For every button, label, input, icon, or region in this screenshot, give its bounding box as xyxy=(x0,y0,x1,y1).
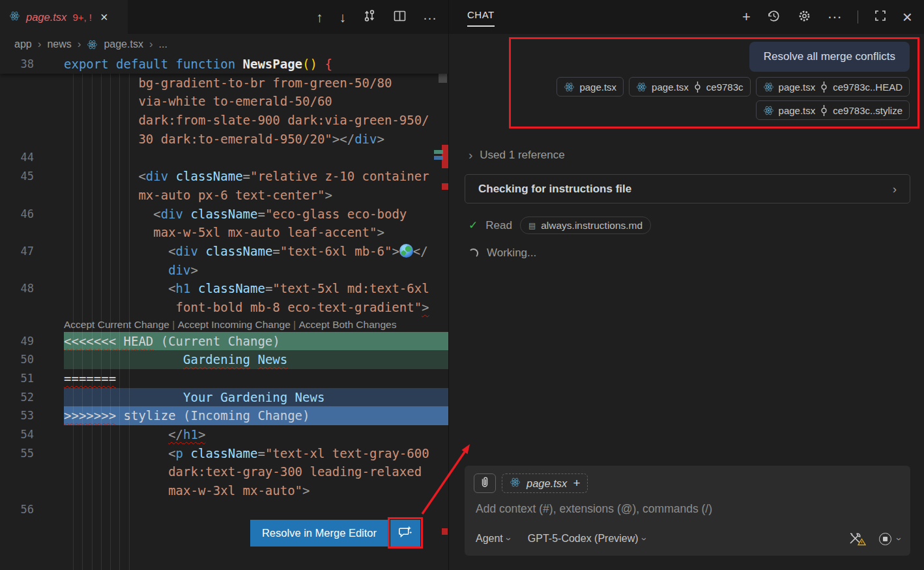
line-content: ======= xyxy=(64,369,448,388)
code-line[interactable]: max-w-3xl mx-auto"> xyxy=(0,481,448,500)
chat-panel: CHAT + ··· xyxy=(448,0,924,570)
line-content: </h1> xyxy=(64,425,448,444)
split-editor-icon[interactable] xyxy=(393,9,407,25)
spinner-icon xyxy=(469,248,478,258)
close-panel-icon[interactable]: × xyxy=(902,8,912,25)
attach-context-button[interactable] xyxy=(474,473,496,493)
read-file-pill[interactable]: ▤ always.instructions.md xyxy=(520,217,651,234)
line-number xyxy=(0,130,34,149)
go-next-icon[interactable]: ↓ xyxy=(339,10,347,24)
code-line[interactable]: dark:text-gray-300 leading-relaxed xyxy=(0,462,448,481)
code-line[interactable]: 45 <div className="relative z-10 contain… xyxy=(0,167,448,186)
tool-call-item[interactable]: Checking for instructions file › xyxy=(465,174,910,203)
code-line[interactable]: 56 xyxy=(0,500,448,519)
chat-body: Resolve all merge conflicts page.tsxpage… xyxy=(449,34,924,570)
paperclip-icon xyxy=(480,476,490,490)
code-line[interactable]: div> xyxy=(0,261,448,280)
line-number xyxy=(0,462,34,481)
resolve-in-merge-editor-button[interactable]: Resolve in Merge Editor xyxy=(250,520,388,547)
line-content: export default function NewsPage() { xyxy=(64,55,448,74)
configure-tools-icon[interactable] xyxy=(848,531,865,547)
code-line[interactable]: dark:from-slate-900 dark:via-green-950/ xyxy=(0,111,448,130)
breadcrumb-item[interactable]: app xyxy=(14,38,32,50)
breadcrumb-item[interactable]: page.tsx xyxy=(104,38,143,50)
breadcrumb-item[interactable]: news xyxy=(47,38,71,50)
editor-more-actions-icon[interactable]: ··· xyxy=(423,10,437,24)
line-content: max-w-5xl mx-auto leaf-accent"> xyxy=(64,223,448,242)
line-number: 47 xyxy=(0,242,34,261)
working-status: Working... xyxy=(469,247,536,260)
code-line[interactable]: 53>>>>>>> stylize (Incoming Change) xyxy=(0,406,448,425)
stop-request-button[interactable] xyxy=(879,533,891,545)
line-content xyxy=(64,148,448,167)
codelens-action[interactable]: Accept Incoming Change xyxy=(178,317,291,332)
code-line[interactable]: 49<<<<<<< HEAD (Current Change) xyxy=(0,332,448,351)
line-number xyxy=(0,481,34,500)
code-line[interactable]: max-w-5xl mx-auto leaf-accent"> xyxy=(0,223,448,242)
resolve-with-copilot-button[interactable] xyxy=(390,520,420,547)
line-number: 46 xyxy=(0,205,34,224)
chat-more-actions-icon[interactable]: ··· xyxy=(828,10,842,24)
code-lines: bg-gradient-to-br from-green-50/80 via-w… xyxy=(0,74,448,519)
attachment-chip[interactable]: page.tsxce9783c..stylize xyxy=(756,100,910,120)
line-content: mx-auto px-6 text-center"> xyxy=(64,186,448,205)
chat-input-placeholder[interactable]: Add context (#), extensions (@), command… xyxy=(476,502,712,516)
maximize-panel-icon[interactable] xyxy=(874,9,887,25)
chevron-right-icon: › xyxy=(469,148,472,162)
react-icon xyxy=(763,82,774,93)
code-line[interactable]: 48 <h1 className="text-5xl md:text-6xl xyxy=(0,279,448,298)
git-ref-icon xyxy=(693,82,702,93)
code-line[interactable]: 54 </h1> xyxy=(0,425,448,444)
sticky-scroll-line[interactable]: 38export default function NewsPage() { xyxy=(0,55,448,74)
gear-icon[interactable] xyxy=(797,8,812,26)
code-editor[interactable]: 38export default function NewsPage() { b… xyxy=(0,55,448,570)
copilot-sparkle-chat-icon xyxy=(397,524,413,543)
code-line[interactable]: mx-auto px-6 text-center"> xyxy=(0,186,448,205)
code-line[interactable]: 55 <p className="text-xl text-gray-600 xyxy=(0,444,448,463)
code-line[interactable]: 30 dark:to-emerald-950/20"></div> xyxy=(0,130,448,149)
chip-file-name: page.tsx xyxy=(579,82,616,93)
used-references-toggle[interactable]: › Used 1 reference xyxy=(469,148,565,162)
codelens-action[interactable]: Accept Both Changes xyxy=(298,317,396,332)
model-label: GPT-5-Codex (Preview) xyxy=(528,533,639,545)
tab-chat[interactable]: CHAT xyxy=(467,9,495,27)
code-line[interactable]: 50 Gardening News xyxy=(0,350,448,369)
code-line[interactable]: 47 <div className="text-6xl mb-6"></ xyxy=(0,242,448,261)
code-line[interactable]: bg-gradient-to-br from-green-50/80 xyxy=(0,74,448,93)
tab-page-tsx[interactable]: page.tsx 9+, ! × xyxy=(0,0,128,34)
code-line[interactable]: 38export default function NewsPage() { xyxy=(0,55,448,74)
line-content: <p className="text-xl text-gray-600 xyxy=(64,444,448,463)
line-number: 48 xyxy=(0,279,34,298)
line-number: 54 xyxy=(0,425,34,444)
breadcrumb-separator: › xyxy=(78,38,81,51)
breadcrumb-item[interactable]: ... xyxy=(159,38,167,50)
tab-close-icon[interactable]: × xyxy=(100,10,108,23)
codelens-action[interactable]: Accept Current Change xyxy=(64,317,169,332)
line-content: <<<<<<< HEAD (Current Change) xyxy=(64,332,448,351)
model-picker[interactable]: GPT-5-Codex (Preview) › xyxy=(528,533,646,545)
line-number xyxy=(0,92,34,111)
new-chat-icon[interactable]: + xyxy=(742,10,751,24)
attachment-chip[interactable]: page.tsx xyxy=(556,77,624,97)
code-line[interactable]: 46 <div className="eco-glass eco-body xyxy=(0,205,448,224)
code-line[interactable]: 44 xyxy=(0,148,448,167)
line-number: 50 xyxy=(0,350,34,369)
open-changes-icon[interactable] xyxy=(362,8,377,25)
chevron-down-icon[interactable]: › xyxy=(894,537,905,541)
chat-input-container[interactable]: page.tsx + Add context (#), extensions (… xyxy=(465,466,910,556)
line-content: font-bold mb-8 eco-text-gradient"> xyxy=(64,298,448,317)
context-file-chip[interactable]: page.tsx + xyxy=(502,473,588,493)
attachment-chip[interactable]: page.tsxce9783c xyxy=(629,77,750,97)
code-line[interactable]: 51======= xyxy=(0,369,448,388)
go-previous-icon[interactable]: ↑ xyxy=(316,10,323,24)
code-line[interactable]: 52 Your Gardening News xyxy=(0,388,448,407)
chip-git-ref: ce9783c..stylize xyxy=(833,105,902,116)
mode-picker[interactable]: Agent › xyxy=(476,533,511,545)
code-line[interactable]: via-white to-emerald-50/60 xyxy=(0,92,448,111)
attachment-chip[interactable]: page.tsxce9783c..HEAD xyxy=(756,77,910,97)
codelens-row: Accept Current Change | Accept Incoming … xyxy=(0,317,448,332)
line-number: 56 xyxy=(0,500,34,519)
chat-history-icon[interactable] xyxy=(766,8,781,26)
code-line[interactable]: font-bold mb-8 eco-text-gradient"> xyxy=(0,298,448,317)
react-icon xyxy=(763,105,774,116)
